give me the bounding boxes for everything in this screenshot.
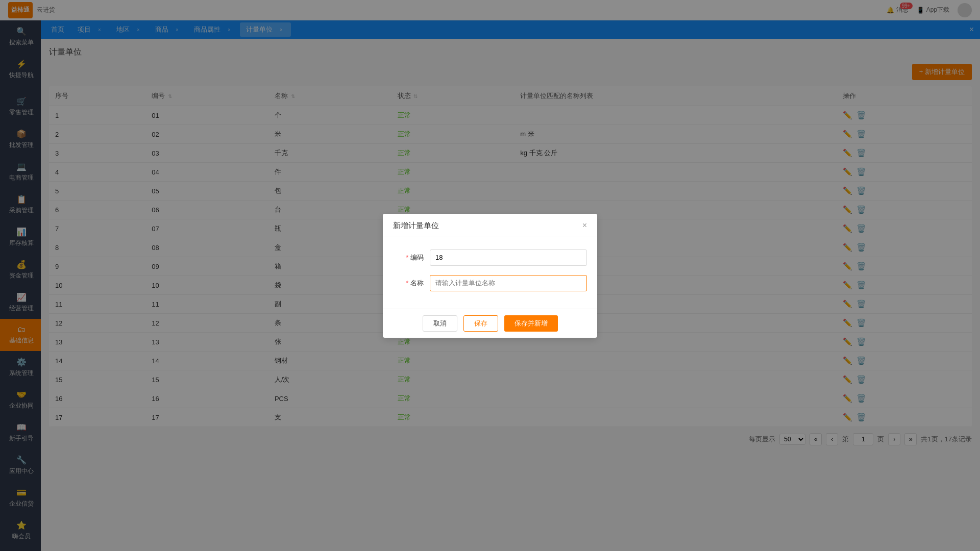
modal-overlay: 新增计量单位 × 编码 名称 取消 保存 保存并新增 [0,0,980,551]
form-row-name: 名称 [393,275,587,291]
code-label: 编码 [393,253,424,262]
modal-header: 新增计量单位 × [383,214,597,237]
name-input[interactable] [430,275,587,291]
modal-body: 编码 名称 [383,237,597,309]
form-row-code: 编码 [393,249,587,266]
save-button[interactable]: 保存 [463,315,498,332]
modal-title: 新增计量单位 [393,221,439,231]
name-label: 名称 [393,279,424,288]
modal-footer: 取消 保存 保存并新增 [383,309,597,338]
code-input[interactable] [430,249,587,266]
save-and-add-button[interactable]: 保存并新增 [504,315,558,332]
add-measure-unit-modal: 新增计量单位 × 编码 名称 取消 保存 保存并新增 [383,214,597,338]
cancel-button[interactable]: 取消 [423,315,457,332]
modal-close-button[interactable]: × [582,221,587,230]
